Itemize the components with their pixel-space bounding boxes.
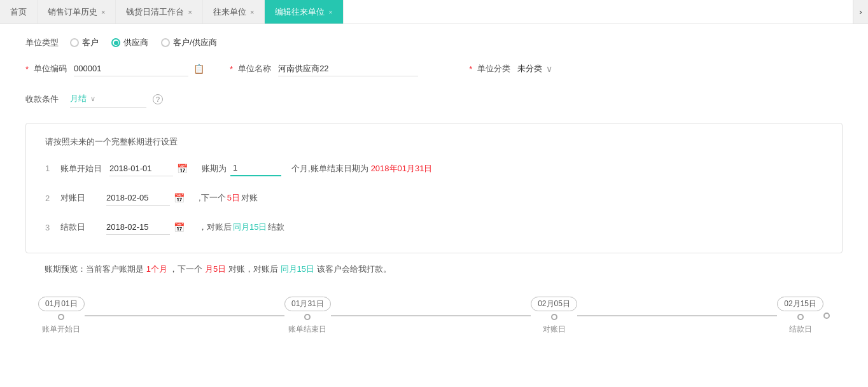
setting-hint: 请按照未来的一个完整帐期进行设置 <box>45 136 823 148</box>
row-date-input-1[interactable] <box>109 161 173 176</box>
row-highlight-3: 同月15日 <box>233 222 267 233</box>
radio-customer-supplier[interactable]: 客户/供应商 <box>161 37 217 48</box>
timeline-node-3: 02月05日 对账日 <box>531 297 577 335</box>
tab-contacts-label: 往来单位 <box>213 6 246 18</box>
main-content: 单位类型 客户 供应商 客户/供应商 * 单位编码 📋 * 单位名称 <box>0 24 868 387</box>
row-highlight-1: 2018年01月31日 <box>371 163 433 174</box>
tab-edit-contact-label: 编辑往来单位 <box>275 6 325 18</box>
timeline-label-1: 账单开始日 <box>42 324 80 335</box>
setting-row-2: 2 对账日 📅 ,下一个 5日 对账 <box>45 190 823 206</box>
unit-name-input[interactable] <box>278 61 418 76</box>
timeline-node-2: 01月31日 账单结束日 <box>284 297 331 335</box>
radio-supplier-circle <box>111 38 120 47</box>
row-suffix-1: 个月,账单结束日期为 <box>291 163 368 174</box>
required-star-classify: * <box>469 64 472 74</box>
timeline-dot-4 <box>797 314 804 320</box>
radio-customer-circle <box>70 38 79 47</box>
tab-home[interactable]: 首页 <box>0 0 38 24</box>
required-star-code: * <box>25 64 29 74</box>
tab-contacts-close[interactable]: × <box>250 8 254 16</box>
preview-mid2: 对账，对账后 <box>228 264 278 274</box>
timeline-label-3: 对账日 <box>543 324 566 335</box>
radio-customer-supplier-circle <box>161 38 170 47</box>
timeline-badge-1: 01月01日 <box>38 297 85 311</box>
row-num-3: 3 <box>45 223 60 232</box>
payment-help-icon[interactable]: ? <box>153 94 163 104</box>
period-input[interactable] <box>230 160 281 176</box>
preview-text: 账期预览：当前客户账期是 1个月 ，下一个 月5日 对账，对账后 同月15日 该… <box>25 264 843 275</box>
radio-customer-label: 客户 <box>82 37 99 48</box>
setting-box: 请按照未来的一个完整帐期进行设置 1 账单开始日 📅 账期为 个月,账单结束日期… <box>25 123 843 253</box>
timeline-label-2: 账单结束日 <box>288 324 326 335</box>
timeline-end-dot <box>823 313 830 319</box>
setting-row-3: 3 结款日 📅 ，对账后 同月15日 结款 <box>45 220 823 235</box>
tab-contacts[interactable]: 往来单位 × <box>203 0 265 24</box>
timeline-line-3 <box>577 315 777 316</box>
unit-code-label: 单位编码 <box>34 63 69 74</box>
tab-sales-history-close[interactable]: × <box>101 8 105 16</box>
unit-type-radio-group: 客户 供应商 客户/供应商 <box>70 37 217 48</box>
row-prefix-2: ,下一个 <box>199 192 226 204</box>
row-calendar-icon-2[interactable]: 📅 <box>174 193 185 203</box>
radio-customer-supplier-label: 客户/供应商 <box>173 37 217 48</box>
unit-info-row: * 单位编码 📋 * 单位名称 * 单位分类 未分类 ∨ <box>25 61 843 76</box>
required-star-name: * <box>230 64 233 74</box>
tab-edit-contact-close[interactable]: × <box>328 8 332 16</box>
preview-part2: 月5日 <box>205 264 226 274</box>
row-prefix-3: ，对账后 <box>199 222 232 233</box>
radio-supplier-label: 供应商 <box>123 37 148 48</box>
row-calendar-icon-1[interactable]: 📅 <box>177 164 188 174</box>
tab-home-label: 首页 <box>10 6 27 18</box>
timeline-line-1 <box>85 315 284 316</box>
payment-arrow-icon: ∨ <box>90 95 95 103</box>
payment-select[interactable]: 月结 ∨ <box>70 90 146 108</box>
unit-classify-select[interactable]: 未分类 ∨ <box>517 63 552 74</box>
unit-code-group: * 单位编码 📋 <box>25 61 204 76</box>
timeline-node-4: 02月15日 结款日 <box>777 297 823 335</box>
row-highlight-2: 5日 <box>227 192 240 204</box>
tab-edit-contact[interactable]: 编辑往来单位 × <box>265 0 343 24</box>
unit-classify-value: 未分类 <box>517 63 542 74</box>
preview-part1: 1个月 <box>146 264 167 274</box>
payment-value: 月结 <box>70 93 87 104</box>
tab-cashflow-close[interactable]: × <box>188 8 192 16</box>
unit-type-row: 单位类型 客户 供应商 客户/供应商 <box>25 37 843 48</box>
preview-prefix: 账期预览：当前客户账期是 <box>45 264 144 274</box>
unit-code-input[interactable] <box>74 61 188 76</box>
row-type-label-2: 对账日 <box>60 192 99 204</box>
timeline: 01月01日 账单开始日 01月31日 账单结束日 02月05日 对账日 02月… <box>25 290 843 335</box>
row-date-input-2[interactable] <box>106 190 170 206</box>
radio-supplier[interactable]: 供应商 <box>111 37 148 48</box>
timeline-badge-2: 01月31日 <box>284 297 331 311</box>
timeline-dot-3 <box>551 314 557 320</box>
payment-row: 收款条件 月结 ∨ ? <box>25 90 843 108</box>
tab-sales-history[interactable]: 销售订单历史 × <box>38 0 116 24</box>
timeline-node-1: 01月01日 账单开始日 <box>38 297 85 335</box>
radio-customer[interactable]: 客户 <box>70 37 99 48</box>
timeline-dot-2 <box>304 314 311 320</box>
tab-cashflow[interactable]: 钱货日清工作台 × <box>116 0 202 24</box>
row-calendar-icon-3[interactable]: 📅 <box>174 222 185 232</box>
row-date-input-3[interactable] <box>106 220 170 235</box>
preview-suffix: 该客户会给我打款。 <box>317 264 391 274</box>
row-mid-text-1: 账期为 <box>202 163 227 174</box>
preview-mid1: ，下一个 <box>169 264 202 274</box>
timeline-label-4: 结款日 <box>789 324 812 335</box>
row-type-label-3: 结款日 <box>60 222 99 233</box>
tab-cashflow-label: 钱货日清工作台 <box>126 6 184 18</box>
unit-name-label: 单位名称 <box>238 63 273 74</box>
tab-bar: 首页 销售订单历史 × 钱货日清工作台 × 往来单位 × 编辑往来单位 × › <box>0 0 868 24</box>
timeline-badge-4: 02月15日 <box>777 297 823 311</box>
row-suffix-2: 对账 <box>241 192 258 204</box>
timeline-line-2 <box>331 315 531 316</box>
timeline-dot-1 <box>58 314 64 320</box>
unit-classify-group: * 单位分类 未分类 ∨ <box>469 63 552 74</box>
setting-row-1: 1 账单开始日 📅 账期为 个月,账单结束日期为 2018年01月31日 <box>45 160 823 176</box>
unit-code-icon[interactable]: 📋 <box>193 64 204 74</box>
tab-overflow-button[interactable]: › <box>853 0 868 24</box>
unit-classify-label: 单位分类 <box>477 63 512 74</box>
row-num-2: 2 <box>45 194 60 203</box>
row-num-1: 1 <box>45 164 60 173</box>
preview-part3: 同月15日 <box>281 264 314 274</box>
row-suffix-3: 结款 <box>268 222 284 233</box>
